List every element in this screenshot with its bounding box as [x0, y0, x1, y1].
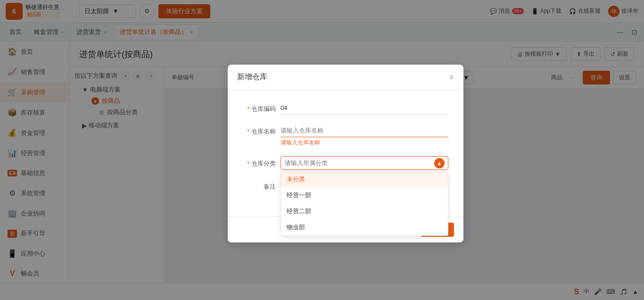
modal-header: 新增仓库 × [228, 65, 463, 90]
note-label: 备注 [243, 179, 281, 191]
dropdown-item-operations1[interactable]: 经营一部 [281, 187, 448, 203]
dropdown-item-operations2[interactable]: 经营二部 [281, 203, 448, 219]
dropdown-item-property[interactable]: 物业部 [281, 219, 448, 235]
warehouse-name-row: * 仓库名称 请输入仓库名称 [243, 124, 448, 147]
modal-close-button[interactable]: × [449, 73, 454, 82]
warehouse-code-control [281, 101, 448, 115]
modal-body: * 仓库编码 * 仓库名称 请输入仓库名称 * 仓库分类 [228, 90, 463, 217]
warehouse-name-error: 请输入仓库名称 [281, 139, 448, 147]
add-warehouse-modal: 新增仓库 × * 仓库编码 * 仓库名称 请输入仓库名称 [228, 65, 463, 242]
warehouse-code-input[interactable] [281, 101, 448, 115]
warehouse-code-label: * 仓库编码 [243, 101, 281, 113]
warehouse-name-input[interactable] [281, 124, 448, 137]
category-dropdown-arrow[interactable]: ▲ [434, 158, 445, 168]
warehouse-code-row: * 仓库编码 [243, 101, 448, 115]
warehouse-category-select-wrap: ▲ 未分类 经营一部 经营二部 物业部 [281, 156, 448, 170]
warehouse-name-label: * 仓库名称 [243, 124, 281, 136]
modal-title: 新增仓库 [237, 72, 267, 82]
warehouse-name-control: 请输入仓库名称 [281, 124, 448, 147]
warehouse-category-input[interactable] [281, 156, 448, 170]
warehouse-category-control: ▲ 未分类 经营一部 经营二部 物业部 [281, 156, 448, 170]
warehouse-category-row: * 仓库分类 ▲ 未分类 经营一部 经营二部 物业部 [243, 156, 448, 170]
category-dropdown-list: 未分类 经营一部 经营二部 物业部 [281, 171, 448, 236]
dropdown-item-uncategorized[interactable]: 未分类 [281, 171, 448, 187]
warehouse-category-label: * 仓库分类 [243, 156, 281, 168]
